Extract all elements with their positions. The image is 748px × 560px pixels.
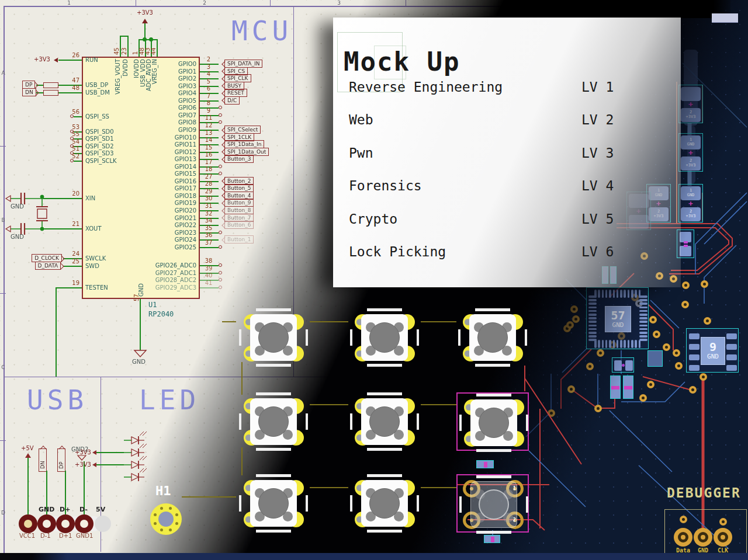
card-row-2[interactable]: WebLV 2 (333, 112, 681, 128)
button-silkscreen (417, 413, 419, 430)
tactile-button-r1c1[interactable] (237, 308, 310, 367)
card-row-5[interactable]: CryptoLV 5 (333, 211, 681, 228)
button-silkscreen (256, 474, 291, 477)
card-row-4[interactable]: ForensicsLV 4 (333, 178, 681, 194)
tactile-button-r1c3[interactable] (456, 308, 529, 367)
tactile-button-r3c3[interactable]: 12 (456, 474, 529, 533)
button-silkscreen (367, 474, 402, 477)
button-plunger (258, 406, 289, 437)
card-row-label: Lock Picking (349, 244, 446, 259)
button-silkscreen (306, 329, 308, 346)
button-silkscreen (458, 329, 460, 346)
card-row-label: Crypto (349, 211, 397, 227)
tactile-button-r3c1[interactable] (237, 474, 310, 533)
button-silkscreen (525, 329, 527, 346)
button-plunger (369, 488, 400, 519)
tactile-button-r2c1[interactable] (237, 392, 310, 451)
button-plunger (479, 489, 509, 520)
card-row-level: LV 6 (581, 244, 646, 259)
card-row-label: Forensics (349, 178, 422, 193)
button-silkscreen (476, 394, 511, 396)
card-row-3[interactable]: PwnLV 3 (333, 145, 681, 162)
button-silkscreen (306, 413, 308, 430)
button-silkscreen (476, 531, 511, 534)
component-footprint (476, 460, 494, 468)
card-row-level: LV 4 (581, 178, 646, 193)
button-silkscreen (526, 496, 528, 513)
button-silkscreen (256, 364, 291, 367)
mount-hole-dot (175, 513, 178, 516)
button-silkscreen (526, 415, 528, 431)
button-silkscreen (367, 448, 402, 451)
cap-marker (484, 462, 487, 468)
mount-hole-h1 (150, 503, 182, 535)
button-silkscreen (475, 308, 510, 311)
mount-hole-dot (160, 528, 163, 531)
button-silkscreen (367, 530, 402, 533)
button-silkscreen (350, 329, 352, 346)
card-row-label: Reverse Engineering (349, 79, 503, 95)
button-silkscreen (367, 392, 402, 395)
button-silkscreen (417, 329, 419, 346)
button-silkscreen (256, 530, 291, 533)
ghost-pad-number: 2 (513, 517, 516, 523)
card-row-level: LV 1 (581, 79, 646, 95)
ghost-pad-number: 1 (513, 486, 516, 491)
button-silkscreen (476, 449, 511, 452)
button-silkscreen (350, 495, 352, 512)
button-silkscreen (459, 496, 462, 513)
card-row-level: LV 5 (581, 211, 646, 227)
button-silkscreen (417, 495, 419, 512)
card-title: Mock Up (344, 47, 460, 76)
tactile-button-r2c3[interactable] (456, 392, 529, 451)
component-footprint (484, 535, 500, 543)
composite-screenshot: 57GND9GND2+3V3+1GND2+3V3+1GND2+3V3+1GND2… (0, 0, 748, 560)
card-row-1[interactable]: Reverse EngineeringLV 1 (333, 79, 681, 96)
button-silkscreen (367, 308, 402, 311)
mount-hole-dot (169, 507, 172, 510)
mount-hole-dot (160, 507, 163, 510)
card-row-6[interactable]: Lock PickingLV 6 (333, 244, 681, 260)
bottom-board-edge-strip (0, 553, 748, 560)
button-silkscreen (256, 392, 291, 395)
mount-hole-dot (154, 513, 157, 516)
button-plunger (369, 322, 400, 353)
tactile-button-r1c2[interactable] (348, 308, 421, 367)
button-silkscreen (306, 495, 308, 512)
button-plunger (258, 488, 289, 519)
mount-hole-dot (175, 522, 178, 525)
button-silkscreen (475, 364, 510, 367)
button-silkscreen (239, 495, 241, 512)
card-row-level: LV 2 (581, 112, 646, 127)
mockup-card: Mock Up Reverse EngineeringLV 1WebLV 2Pw… (333, 18, 681, 287)
button-silkscreen (256, 448, 291, 451)
button-plunger (369, 406, 400, 437)
card-row-label: Pwn (349, 145, 373, 161)
button-silkscreen (367, 364, 402, 367)
button-silkscreen (459, 415, 462, 431)
mount-hole-dot (154, 522, 157, 525)
button-silkscreen (476, 475, 511, 478)
button-silkscreen (239, 329, 241, 346)
button-plunger (477, 322, 508, 353)
card-row-level: LV 3 (581, 145, 646, 161)
button-silkscreen (350, 413, 352, 430)
button-plunger (479, 408, 509, 438)
button-silkscreen (239, 413, 241, 430)
cap-marker (491, 537, 494, 542)
top-right-widget (712, 13, 738, 23)
button-silkscreen (256, 308, 291, 311)
tactile-button-r3c2[interactable] (348, 474, 421, 533)
mount-hole-label: H1 (155, 484, 171, 498)
mount-hole-dot (169, 528, 172, 531)
card-row-label: Web (349, 112, 373, 127)
tactile-button-r2c2[interactable] (348, 392, 421, 451)
button-plunger (258, 322, 289, 353)
